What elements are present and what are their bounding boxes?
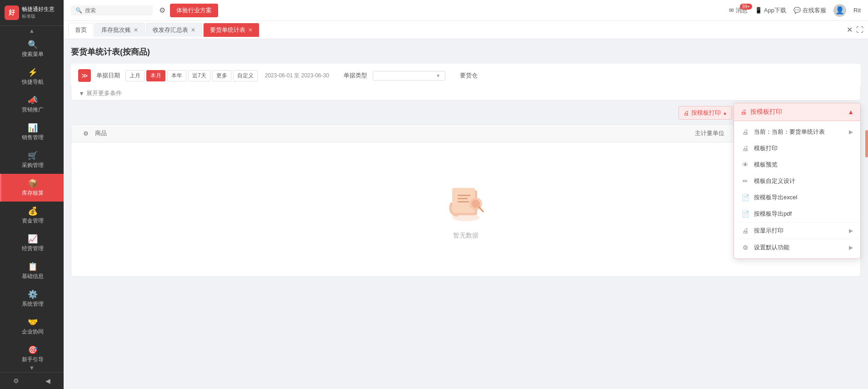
sidebar-scroll-up[interactable]: ▲ [0, 26, 64, 35]
sidebar-settings-button[interactable]: ⚙ [13, 377, 19, 384]
dropdown-template-pdf[interactable]: 📄 按模板导出pdf [734, 206, 860, 222]
tab-inventory-batch-close[interactable]: ✕ [134, 27, 138, 33]
expand-more-button[interactable]: ▼ 展开更多条件 [71, 86, 860, 100]
dropdown-title: 按模板打印 [750, 108, 782, 116]
logo-icon: 好 [5, 5, 19, 20]
sidebar-item-system[interactable]: ⚙️ 系统管理 [0, 285, 64, 313]
logo-text-block: 畅捷通好生意 标准版 [22, 6, 55, 20]
date-filter-label: 单据日期 [96, 71, 120, 80]
sidebar-item-base[interactable]: 📋 基础信息 [0, 257, 64, 285]
template-pdf-icon: 📄 [741, 210, 749, 217]
filter-bar: ≫ 单据日期 上月 本月 本年 近7天 更多 自定义 2023-06-01 至 … [71, 64, 861, 87]
sidebar-item-corp-label: 企业协同 [22, 328, 44, 336]
tab-maximize-button[interactable]: ⛶ [856, 26, 863, 34]
dropdown-template-design[interactable]: ✏ 模板自定义设计 [734, 173, 860, 189]
app-name: 畅捷通好生意 [22, 6, 55, 13]
avatar[interactable]: 👤 [833, 4, 846, 17]
sidebar-item-guide[interactable]: 🎯 新手引导 [0, 340, 64, 363]
sidebar-item-sales-label: 销售管理 [22, 134, 44, 141]
dropdown-template-excel[interactable]: 📄 按模板导出excel [734, 189, 860, 206]
filter-date-prev-month[interactable]: 上月 [125, 70, 145, 81]
dropdown-title-block: 🖨 按模板打印 [740, 108, 782, 116]
type-select-chevron-icon: ▼ [436, 73, 440, 78]
dropdown-close-chevron[interactable]: ▲ [848, 108, 854, 116]
dropdown-display-print[interactable]: 🖨 按显示打印 ▶ [734, 222, 860, 239]
dropdown-template-print[interactable]: 🖨 模板打印 [734, 140, 860, 157]
tab-order-stats-label: 要货单统计表 [210, 26, 245, 34]
filter-date-more[interactable]: 更多 [212, 70, 231, 81]
tab-inventory-batch[interactable]: 库存批次账 ✕ [95, 23, 145, 37]
dropdown-set-default[interactable]: ⚙ 设置默认功能 ▶ [734, 239, 860, 256]
dropdown-current-item[interactable]: 🖨 当前：当前：要货单统计表 ▶ [734, 124, 860, 140]
sidebar-item-guide-label: 新手引导 [22, 356, 44, 363]
dropdown-body: 🖨 当前：当前：要货单统计表 ▶ 🖨 模板打印 👁 模板预览 ✏ 模板自定义设计 [734, 121, 860, 258]
col-product-header: 商品 [95, 129, 682, 137]
print-button[interactable]: 🖨 按模板打印 ▲ [678, 106, 732, 120]
col-settings[interactable]: ⚙ [77, 130, 95, 137]
sidebar: 好 畅捷通好生意 标准版 ▲ 🔍 搜索菜单 ⚡ 快捷导航 📣 营销推广 📊 销售… [0, 0, 64, 389]
sidebar-item-search-label: 搜索菜单 [22, 51, 44, 58]
settings-col-icon: ⚙ [83, 130, 89, 137]
tab-home[interactable]: 首页 [68, 23, 94, 37]
template-print-label: 模板打印 [754, 144, 778, 152]
tab-receipt-summary[interactable]: 收发存汇总表 ✕ [146, 23, 202, 37]
filter-date-this-month[interactable]: 本月 [146, 70, 165, 81]
app-download-button[interactable]: 📱 App下载 [755, 6, 786, 15]
current-template-label: 当前：当前：要货单统计表 [754, 128, 825, 136]
filter-date-this-year[interactable]: 本年 [167, 70, 186, 81]
filter-expand-more-bar: ▼ 展开更多条件 [71, 86, 861, 101]
sidebar-item-purchase[interactable]: 🛒 采购管理 [0, 146, 64, 174]
scrollbar-indicator[interactable] [865, 130, 868, 157]
dropdown-template-preview[interactable]: 👁 模板预览 [734, 157, 860, 173]
search-icon: 🔍 [75, 7, 82, 14]
sidebar-collapse-button[interactable]: ◀ [45, 377, 50, 384]
sidebar-bottom: ⚙ ◀ [0, 372, 64, 389]
base-icon: 📋 [28, 262, 38, 272]
operation-icon: 📈 [28, 234, 38, 244]
finance-icon: 💰 [28, 206, 38, 216]
display-print-expand-icon: ▶ [849, 227, 853, 234]
sidebar-item-base-label: 基础信息 [22, 273, 44, 280]
gear-icon[interactable]: ⚙ [159, 6, 165, 15]
sidebar-item-inventory[interactable]: 📦 库存核算 [0, 174, 64, 202]
trial-button[interactable]: 体验行业方案 [170, 4, 218, 17]
template-print-icon: 🖨 [741, 145, 749, 152]
tab-order-stats[interactable]: 要货单统计表 ✕ [203, 23, 259, 37]
shortcut-icon: ⚡ [28, 67, 38, 77]
sidebar-item-operation[interactable]: 📈 经营管理 [0, 229, 64, 257]
sidebar-item-finance-label: 资金管理 [22, 217, 44, 225]
sidebar-item-shortcut[interactable]: ⚡ 快捷导航 [0, 63, 64, 91]
current-expand-icon: ▶ [849, 129, 853, 135]
type-filter-select[interactable]: ▼ [373, 71, 445, 81]
sidebar-item-search[interactable]: 🔍 搜索菜单 [0, 35, 64, 63]
marketing-icon: 📣 [28, 95, 38, 105]
tab-receipt-summary-close[interactable]: ✕ [191, 27, 195, 33]
current-template-icon: 🖨 [741, 128, 749, 136]
search-bar[interactable]: 🔍 [71, 5, 153, 15]
online-service-button[interactable]: 💬 在线客服 [793, 6, 826, 15]
filter-expand-button[interactable]: ≫ [78, 69, 91, 82]
tabs-bar: 首页 库存批次账 ✕ 收发存汇总表 ✕ 要货单统计表 ✕ ✕ ⛶ [64, 21, 868, 39]
template-preview-label: 模板预览 [754, 161, 778, 169]
search-input[interactable] [85, 7, 144, 14]
tab-order-stats-close[interactable]: ✕ [248, 27, 253, 33]
extra-filter-label: 要货仓 [460, 71, 478, 80]
filter-date-7days[interactable]: 近7天 [188, 70, 210, 81]
sidebar-item-finance[interactable]: 💰 资金管理 [0, 202, 64, 229]
display-print-icon: 🖨 [741, 227, 749, 234]
filter-date-custom[interactable]: 自定义 [233, 70, 258, 81]
print-dropdown: 🖨 按模板打印 ▲ 🖨 当前：当前：要货单统计表 ▶ 🖨 模板打印 [733, 103, 861, 259]
sidebar-item-system-label: 系统管理 [22, 300, 44, 308]
tabs-right-actions: ✕ ⛶ [847, 25, 863, 34]
sidebar-scroll-down[interactable]: ▼ [0, 363, 64, 372]
col-unit-header: 主计量单位 [682, 129, 737, 137]
expand-more-icon: ▼ [79, 90, 85, 97]
template-design-icon: ✏ [741, 177, 749, 185]
sidebar-item-marketing[interactable]: 📣 营销推广 [0, 91, 64, 118]
sidebar-item-sales[interactable]: 📊 销售管理 [0, 118, 64, 146]
sidebar-item-corp[interactable]: 🤝 企业协同 [0, 313, 64, 340]
message-button[interactable]: ✉ 消息 99+ [729, 6, 748, 15]
template-preview-icon: 👁 [741, 161, 749, 168]
message-icon: ✉ [729, 7, 734, 14]
tab-close-all-button[interactable]: ✕ [847, 25, 853, 34]
